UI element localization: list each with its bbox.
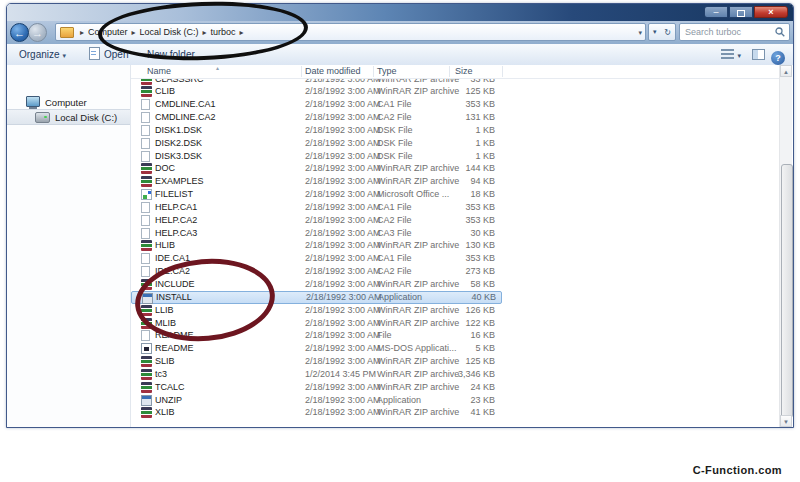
vertical-scrollbar[interactable]: ▲ ▼ [779,65,792,427]
table-row[interactable]: DOC2/18/1992 3:00 AMWinRAR ZIP archive14… [131,162,502,175]
scroll-up-icon[interactable]: ▲ [780,65,792,77]
organize-button[interactable]: Organize▾ [19,47,66,62]
table-row[interactable]: INSTALL2/18/1992 3:00 AMApplication40 KB [131,291,502,304]
file-type: DSK File [377,150,413,163]
column-divider[interactable] [449,66,450,77]
table-row[interactable]: TCALC2/18/1992 3:00 AMWinRAR ZIP archive… [131,381,502,394]
table-row[interactable]: FILELIST2/18/1992 3:00 AMMicrosoft Offic… [131,188,502,201]
zip-archive-icon [141,356,152,367]
views-button[interactable]: ▾ [721,47,741,62]
zip-archive-icon [141,240,152,251]
zip-archive-icon [141,86,152,97]
column-header-type[interactable]: Type [377,66,397,76]
file-date-modified: 2/18/1992 3:00 AM [305,175,381,188]
table-row[interactable]: README2/18/1992 3:00 AMMS-DOS Applicati.… [131,342,502,355]
preview-pane-button[interactable] [752,47,765,62]
msdos-icon [141,343,152,354]
file-size: 144 KB [431,162,495,175]
file-size: 273 KB [431,265,495,278]
file-size: 24 KB [431,381,495,394]
file-name: DOC [155,162,175,175]
help-icon: ? [771,51,785,65]
file-size: 1 KB [431,124,495,137]
table-row[interactable]: tc31/2/2014 3:45 PMWinRAR ZIP archive3,3… [131,368,502,381]
file-date-modified: 2/18/1992 3:00 AM [305,85,381,98]
back-button[interactable]: ← [10,23,29,42]
table-row[interactable]: HLIB2/18/1992 3:00 AMWinRAR ZIP archive1… [131,239,502,252]
table-row[interactable]: HELP.CA12/18/1992 3:00 AMCA1 File353 KB [131,201,502,214]
search-input[interactable] [679,23,790,41]
sort-ascending-icon: ▴ [216,65,219,71]
open-icon [89,47,100,60]
maximize-button[interactable] [729,6,753,18]
table-row[interactable]: CMDLINE.CA12/18/1992 3:00 AMCA1 File353 … [131,98,502,111]
table-row[interactable]: LLIB2/18/1992 3:00 AMWinRAR ZIP archive1… [131,304,502,317]
breadcrumb-item[interactable]: turboc [211,27,236,37]
breadcrumb[interactable]: ▸Computer▸Local Disk (C:)▸turboc▸ ▾ [55,23,646,41]
column-divider[interactable] [301,66,302,77]
file-size: 1 KB [431,150,495,163]
refresh-icon[interactable]: ↻ [664,28,671,37]
file-name: tc3 [155,368,167,381]
breadcrumb-dropdown-icon[interactable]: ▾ [638,29,642,37]
column-header-name[interactable]: Name [147,66,171,76]
breadcrumb-items: ▸Computer▸Local Disk (C:)▸turboc▸ [76,27,248,37]
file-size: 125 KB [431,85,495,98]
forward-button[interactable]: → [28,23,47,42]
help-button[interactable]: ? [771,47,785,62]
file-date-modified: 2/18/1992 3:00 AM [305,394,381,407]
table-row[interactable]: DISK1.DSK2/18/1992 3:00 AMDSK File1 KB [131,124,502,137]
table-row[interactable]: SLIB2/18/1992 3:00 AMWinRAR ZIP archive1… [131,355,502,368]
file-icon [141,99,150,110]
file-size: 131 KB [431,111,495,124]
table-row[interactable]: INCLUDE2/18/1992 3:00 AMWinRAR ZIP archi… [131,278,502,291]
sidebar-item-computer[interactable]: Computer [7,95,130,109]
file-date-modified: 2/18/1992 3:00 AM [305,214,381,227]
explorer-window: – × ← → ▸Computer▸Local Disk (C:)▸turboc… [6,3,794,428]
chevron-down-icon: ▾ [63,52,67,59]
zip-archive-icon [141,407,152,418]
table-row[interactable]: CMDLINE.CA22/18/1992 3:00 AMCA2 File131 … [131,111,502,124]
close-button[interactable]: × [754,6,788,18]
table-row[interactable]: README2/18/1992 3:00 AMFile16 KB [131,329,502,342]
file-date-modified: 2/18/1992 3:00 AM [305,342,381,355]
file-date-modified: 2/18/1992 3:00 AM [305,329,381,342]
table-row[interactable]: IDE.CA22/18/1992 3:00 AMCA2 File273 KB [131,265,502,278]
scrollbar-thumb[interactable] [781,164,793,418]
sidebar-item-local-disk[interactable]: Local Disk (C:) [7,109,130,125]
table-row[interactable]: HELP.CA22/18/1992 3:00 AMCA2 File353 KB [131,214,502,227]
breadcrumb-item[interactable]: Local Disk (C:) [140,27,199,37]
zip-archive-icon [141,176,152,187]
table-row[interactable]: MLIB2/18/1992 3:00 AMWinRAR ZIP archive1… [131,317,502,330]
file-size: 353 KB [431,214,495,227]
file-type: DSK File [377,124,413,137]
address-dropdown-refresh: ▾ ↻ [648,23,676,41]
open-button[interactable]: Open [89,47,128,62]
chevron-down-icon[interactable]: ▾ [653,28,657,36]
scroll-down-icon[interactable]: ▼ [780,415,792,427]
table-row[interactable]: CLIB2/18/1992 3:00 AMWinRAR ZIP archive1… [131,85,502,98]
file-icon [141,112,150,123]
column-header-size[interactable]: Size [455,66,473,76]
zip-archive-icon [141,318,152,329]
table-row[interactable]: DISK2.DSK2/18/1992 3:00 AMDSK File1 KB [131,137,502,150]
table-row[interactable]: EXAMPLES2/18/1992 3:00 AMWinRAR ZIP arch… [131,175,502,188]
column-divider[interactable] [502,66,503,77]
file-name: HLIB [155,239,175,252]
file-date-modified: 2/18/1992 3:00 AM [305,381,381,394]
toolbar: Organize▾ Open New folder ▾ ? [7,44,793,66]
minimize-button[interactable]: – [704,6,728,18]
table-row[interactable]: UNZIP2/18/1992 3:00 AMApplication23 KB [131,394,502,407]
column-divider[interactable] [373,66,374,77]
file-icon [141,215,150,226]
table-row[interactable]: CLASSSRC2/18/1992 3:00 AMWinRAR ZIP arch… [131,78,502,85]
folder-icon [60,27,74,38]
new-folder-button[interactable]: New folder [147,47,195,62]
breadcrumb-item[interactable]: Computer [88,27,128,37]
file-name: README [155,329,194,342]
table-row[interactable]: HELP.CA32/18/1992 3:00 AMCA3 File30 KB [131,227,502,240]
table-row[interactable]: XLIB2/18/1992 3:00 AMWinRAR ZIP archive4… [131,406,502,419]
column-header-date-modified[interactable]: Date modified [305,66,361,76]
table-row[interactable]: DISK3.DSK2/18/1992 3:00 AMDSK File1 KB [131,150,502,163]
table-row[interactable]: IDE.CA12/18/1992 3:00 AMCA1 File353 KB [131,252,502,265]
